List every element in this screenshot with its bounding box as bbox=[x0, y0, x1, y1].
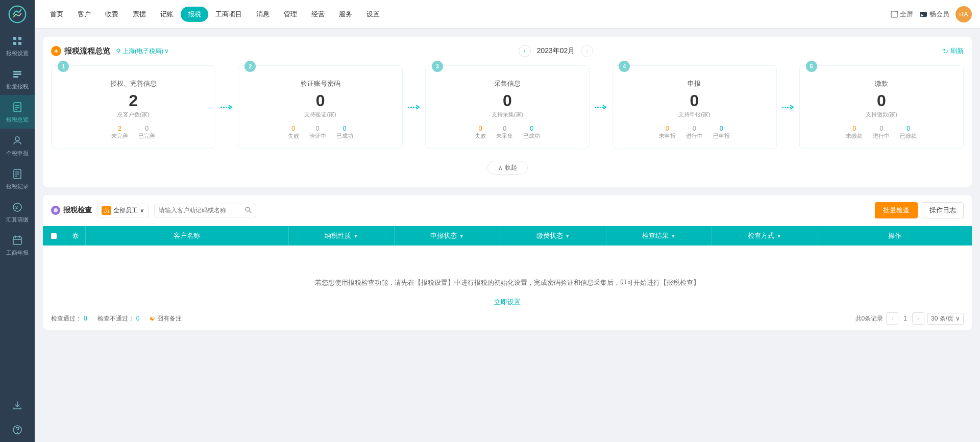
svg-rect-3 bbox=[13, 42, 16, 45]
fail-count-link[interactable]: 0 bbox=[136, 315, 140, 322]
th-checkbox bbox=[43, 226, 65, 245]
table-footer: 检查通过： 0 检查不通过： 0 ☯ 囧有备注 共0条记录 ‹ 1 bbox=[43, 307, 972, 330]
card-big-num-5: 0 bbox=[808, 92, 955, 109]
vip-btn[interactable]: ▶ 畅会员 bbox=[919, 10, 949, 19]
sidebar-item-help[interactable] bbox=[0, 418, 35, 442]
card-badge-2: 2 bbox=[244, 61, 256, 72]
flow-card-1: 1 授权、完善信息 2 总客户数(家) 2 未完善 0 已完善 bbox=[51, 65, 215, 149]
sidebar-item-download[interactable] bbox=[0, 393, 35, 418]
operation-log-btn[interactable]: 操作日志 bbox=[922, 202, 964, 218]
nav-tax[interactable]: 报税 bbox=[181, 7, 208, 22]
sidebar-item-batch-tax[interactable]: 批量报税 bbox=[0, 62, 35, 95]
sidebar-item-personal-tax[interactable]: 个税申报 bbox=[0, 129, 35, 162]
nav-management[interactable]: 管理 bbox=[277, 7, 304, 22]
sidebar-item-settlement[interactable]: ¥ 汇算清缴 bbox=[0, 195, 35, 228]
th-declare-status: 申报状态 ▼ bbox=[395, 226, 500, 245]
sidebar-item-tax-settings[interactable]: 报税设置 bbox=[0, 29, 35, 62]
setup-link[interactable]: 立即设置 bbox=[494, 298, 521, 306]
nav-operations[interactable]: 经营 bbox=[304, 7, 332, 22]
arrow-3 bbox=[590, 102, 612, 112]
nav-services[interactable]: 服务 bbox=[332, 7, 359, 22]
search-button[interactable] bbox=[240, 204, 256, 217]
stat-4-0: 0 未申报 bbox=[659, 125, 676, 140]
sidebar-item-annual-report[interactable]: 工商年报 bbox=[0, 228, 35, 261]
card-title-3: 采集信息 bbox=[434, 79, 581, 88]
settlement-icon: ¥ bbox=[10, 200, 24, 214]
nav-messages[interactable]: 消息 bbox=[249, 7, 277, 22]
content-inner: + 报税流程总览 上海(电子税局) ∨ ‹ 2023年02月 › ↻ bbox=[35, 29, 980, 338]
app-logo[interactable] bbox=[0, 0, 35, 29]
nav-settings-top[interactable]: 设置 bbox=[359, 7, 387, 22]
nav-biz-projects[interactable]: 工商项目 bbox=[208, 7, 249, 22]
svg-rect-4 bbox=[18, 42, 21, 45]
svg-rect-19 bbox=[13, 237, 21, 244]
svg-text:¥: ¥ bbox=[15, 205, 18, 210]
stat-5-2: 0 已缴款 bbox=[900, 125, 917, 140]
user-avatar[interactable]: iTA bbox=[955, 6, 972, 22]
th-tax-nature: 纳税性质 ▼ bbox=[289, 226, 395, 245]
top-navigation: 首页 客户 收费 票据 记账 报税 工商项目 消息 管理 经营 服务 设置 全屏… bbox=[35, 0, 980, 29]
main-content: + 报税流程总览 上海(电子税局) ∨ ‹ 2023年02月 › ↻ bbox=[35, 29, 980, 442]
refresh-btn[interactable]: ↻ 刷新 bbox=[943, 46, 964, 56]
select-all-checkbox[interactable] bbox=[51, 233, 57, 239]
footer-note: ☯ 囧有备注 bbox=[150, 314, 182, 323]
nav-clients[interactable]: 客户 bbox=[70, 7, 98, 22]
stat-2-2: 0 已成功 bbox=[336, 125, 353, 140]
fullscreen-btn[interactable]: 全屏 bbox=[891, 10, 913, 19]
next-month-btn[interactable]: › bbox=[581, 45, 593, 57]
prev-month-btn[interactable]: ‹ bbox=[519, 45, 531, 57]
card-title-1: 授权、完善信息 bbox=[60, 79, 207, 88]
sidebar-item-tax-overview[interactable]: 报税总览 bbox=[0, 95, 35, 128]
arrow-1 bbox=[215, 102, 238, 112]
th-settings bbox=[65, 226, 86, 245]
note-icon: ☯ bbox=[150, 315, 155, 322]
card-big-num-3: 0 bbox=[434, 92, 581, 109]
card-sub-5: 支持缴款(家) bbox=[808, 111, 955, 118]
flow-plus-icon: + bbox=[51, 46, 61, 56]
stat-2-1: 0 验证中 bbox=[309, 125, 326, 140]
staff-filter-dropdown[interactable]: 员 全部员工 ∨ bbox=[97, 204, 149, 217]
th-action: 操作 bbox=[818, 226, 972, 245]
card-sub-3: 支持采集(家) bbox=[434, 111, 581, 118]
stat-3-0: 0 失败 bbox=[475, 125, 486, 140]
per-page-selector[interactable]: 30 条/页 ∨ bbox=[927, 313, 964, 325]
search-input[interactable] bbox=[155, 205, 240, 216]
prev-page-btn[interactable]: ‹ bbox=[886, 312, 898, 325]
next-page-btn[interactable]: › bbox=[912, 312, 924, 325]
nav-home[interactable]: 首页 bbox=[43, 7, 70, 22]
location-tag[interactable]: 上海(电子税局) ∨ bbox=[115, 47, 169, 56]
card-sub-4: 支持申报(家) bbox=[621, 111, 768, 118]
batch-check-btn[interactable]: 批量检查 bbox=[875, 202, 918, 218]
nav-fees[interactable]: 收费 bbox=[98, 7, 126, 22]
svg-rect-8 bbox=[14, 103, 21, 112]
stat-5-0: 0 未缴款 bbox=[846, 125, 863, 140]
current-page: 1 bbox=[901, 315, 909, 322]
personal-tax-icon bbox=[10, 134, 24, 148]
card-stats-1: 2 未完善 0 已完善 bbox=[60, 125, 207, 140]
stat-4-2: 0 已申报 bbox=[713, 125, 730, 140]
collapse-row: ∧ 收起 bbox=[51, 157, 964, 179]
stat-5-1: 0 进行中 bbox=[873, 125, 890, 140]
svg-point-29 bbox=[54, 208, 58, 212]
arrow-4 bbox=[777, 102, 799, 112]
flow-header: + 报税流程总览 上海(电子税局) ∨ ‹ 2023年02月 › ↻ bbox=[51, 45, 964, 57]
th-check-result: 检查结果 ▼ bbox=[606, 226, 712, 245]
svg-point-32 bbox=[74, 235, 77, 237]
annual-report-icon bbox=[10, 233, 24, 248]
flow-card-2: 2 验证账号密码 0 支持验证(家) 0 失败 0 验证中 bbox=[238, 65, 402, 149]
svg-rect-7 bbox=[13, 76, 18, 78]
svg-point-24 bbox=[17, 432, 18, 433]
sidebar-item-tax-record[interactable]: 报税记录 bbox=[0, 162, 35, 195]
table-body: 若您想使用报税检查功能，请先在【报税设置】中进行报税的初始化设置，完成密码验证和… bbox=[43, 245, 972, 307]
month-navigation: ‹ 2023年02月 › bbox=[519, 45, 594, 57]
pagination: 共0条记录 ‹ 1 › 30 条/页 ∨ bbox=[855, 312, 964, 325]
stat-1-0: 2 未完善 bbox=[111, 125, 128, 140]
download-icon bbox=[10, 398, 24, 412]
nav-invoices[interactable]: 票据 bbox=[126, 7, 153, 22]
nav-accounting[interactable]: 记账 bbox=[153, 7, 181, 22]
svg-rect-5 bbox=[13, 71, 21, 72]
nav-items: 首页 客户 收费 票据 记账 报税 工商项目 消息 管理 经营 服务 设置 bbox=[43, 7, 387, 22]
pass-count-link[interactable]: 0 bbox=[84, 315, 87, 322]
collapse-btn[interactable]: ∧ 收起 bbox=[487, 161, 528, 175]
search-box bbox=[154, 204, 256, 217]
